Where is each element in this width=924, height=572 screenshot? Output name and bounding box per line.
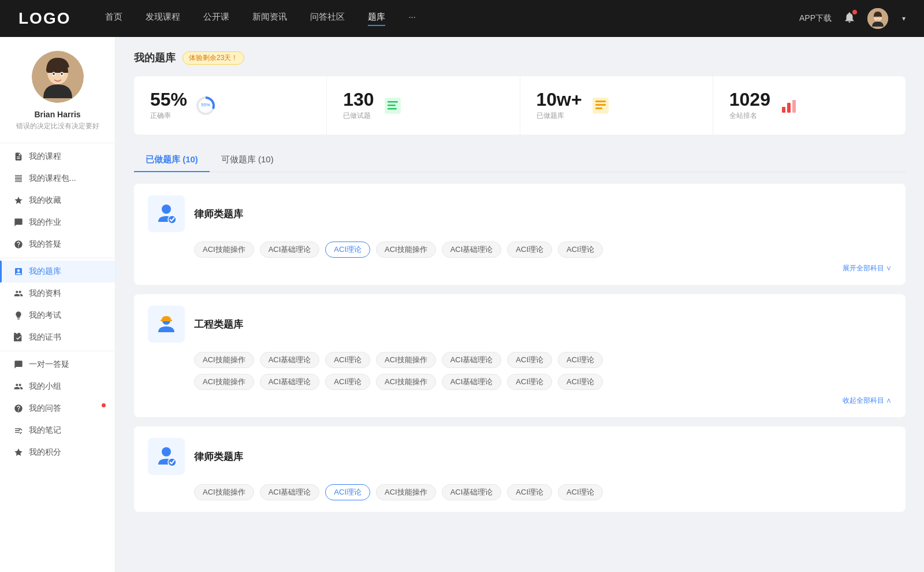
nav-qa-community[interactable]: 问答社区 (310, 12, 345, 26)
qb-tag-e10[interactable]: ACI技能操作 (376, 374, 436, 390)
qb-tag-2[interactable]: ACI理论 (325, 242, 370, 258)
sidebar-item-certificate[interactable]: 我的证书 (0, 326, 115, 348)
sidebar-divider-top (0, 143, 115, 143)
sidebar-item-qa-label: 我的答疑 (29, 239, 61, 250)
nav-home[interactable]: 首页 (105, 12, 122, 26)
sidebar-user-motto: 错误的决定比没有决定要好 (9, 121, 106, 131)
qb-tag-l2[interactable]: ACI理论 (325, 484, 370, 500)
stat-accuracy-label: 正确率 (150, 111, 187, 121)
star-icon (14, 196, 23, 205)
page-header: 我的题库 体验剩余23天！ (134, 51, 906, 65)
nav-discover[interactable]: 发现课程 (146, 12, 180, 26)
svg-point-10 (53, 73, 55, 75)
qb-tags-row2: ACI技能操作 ACI基础理论 ACI理论 ACI技能操作 ACI基础理论 AC… (194, 352, 892, 368)
package-icon (14, 174, 23, 183)
qb-tag-e12[interactable]: ACI理论 (507, 374, 552, 390)
svg-rect-22 (595, 107, 602, 109)
navbar-right: APP下载 ▾ (799, 8, 906, 29)
qb-tag-e13[interactable]: ACI理论 (558, 374, 603, 390)
points-icon (14, 448, 23, 457)
tab-done[interactable]: 已做题库 (10) (134, 148, 210, 172)
sidebar-item-course[interactable]: 我的课程 (0, 146, 115, 168)
sidebar-item-certificate-label: 我的证书 (29, 332, 61, 343)
qb-tag-e2[interactable]: ACI理论 (325, 352, 370, 368)
qb-tag-e3[interactable]: ACI技能操作 (376, 352, 436, 368)
user-avatar[interactable] (867, 8, 888, 29)
qb-tag-l3[interactable]: ACI技能操作 (376, 484, 436, 500)
material-icon (14, 289, 23, 298)
sidebar-item-homework[interactable]: 我的作业 (0, 211, 115, 233)
qb-tag-e7[interactable]: ACI技能操作 (194, 374, 254, 390)
nav-open-course[interactable]: 公开课 (203, 12, 229, 26)
nav-news[interactable]: 新闻资讯 (252, 12, 287, 26)
sidebar-item-material[interactable]: 我的资料 (0, 283, 115, 304)
questionbank-icon (14, 267, 23, 276)
user-dropdown-arrow[interactable]: ▾ (902, 14, 906, 23)
sidebar-item-favorite[interactable]: 我的收藏 (0, 190, 115, 211)
qb-tag-e0[interactable]: ACI技能操作 (194, 352, 254, 368)
qb-tag-e9[interactable]: ACI理论 (325, 374, 370, 390)
sidebar-item-homework-label: 我的作业 (29, 217, 61, 228)
qb-card-header-2: 工程类题库 (148, 306, 892, 343)
tab-available[interactable]: 可做题库 (10) (210, 148, 285, 172)
qb-tag-e8[interactable]: ACI基础理论 (260, 374, 320, 390)
svg-point-11 (61, 73, 63, 75)
sidebar-item-note[interactable]: 我的笔记 (0, 419, 115, 441)
sidebar-item-group[interactable]: 我的小组 (0, 376, 115, 398)
qb-tag-4[interactable]: ACI基础理论 (442, 242, 502, 258)
qb-tag-l6[interactable]: ACI理论 (558, 484, 603, 500)
sidebar-item-material-label: 我的资料 (29, 288, 61, 299)
sidebar-item-questionbank[interactable]: 我的题库 (0, 261, 115, 283)
group-icon (14, 382, 23, 391)
course-icon (14, 152, 23, 161)
sidebar-item-my-qa[interactable]: 我的问答 (0, 398, 115, 419)
stat-accuracy-value: 55% (150, 90, 187, 109)
qb-tag-0[interactable]: ACI技能操作 (194, 242, 254, 258)
qb-tag-5[interactable]: ACI理论 (507, 242, 552, 258)
qb-tag-1[interactable]: ACI基础理论 (260, 242, 320, 258)
sidebar-item-package[interactable]: 我的课程包... (0, 168, 115, 190)
qb-tag-e4[interactable]: ACI基础理论 (442, 352, 502, 368)
expand-button-1[interactable]: 展开全部科目 ∨ (194, 263, 892, 273)
qb-tags-row2b: ACI技能操作 ACI基础理论 ACI理论 ACI技能操作 ACI基础理论 AC… (194, 374, 892, 390)
qb-card-header-3: 律师类题库 (148, 438, 892, 475)
qb-tag-l0[interactable]: ACI技能操作 (194, 484, 254, 500)
sidebar-item-package-label: 我的课程包... (29, 173, 76, 184)
svg-rect-21 (595, 104, 606, 106)
qb-tag-l1[interactable]: ACI基础理论 (260, 484, 320, 500)
qa-red-dot (102, 403, 106, 407)
qb-tag-l4[interactable]: ACI基础理论 (442, 484, 502, 500)
svg-rect-18 (388, 108, 397, 110)
app-download-button[interactable]: APP下载 (799, 13, 832, 24)
qb-card-lawyer-icon (148, 195, 185, 232)
qb-tags-row3: ACI技能操作 ACI基础理论 ACI理论 ACI技能操作 ACI基础理论 AC… (194, 484, 892, 500)
nav-question-bank[interactable]: 题库 (368, 12, 385, 26)
sidebar-item-points[interactable]: 我的积分 (0, 441, 115, 463)
notification-bell[interactable] (843, 11, 856, 26)
qb-tag-l5[interactable]: ACI理论 (507, 484, 552, 500)
qb-card-title-2: 工程类题库 (194, 318, 243, 331)
stats-row: 55% 正确率 55% 130 已做试题 (134, 76, 906, 135)
logo: LOGO (18, 9, 70, 28)
sidebar-item-tutor[interactable]: 一对一答疑 (0, 354, 115, 376)
sidebar-item-questionbank-label: 我的题库 (29, 266, 61, 277)
qb-tag-e1[interactable]: ACI基础理论 (260, 352, 320, 368)
qb-card-title-3: 律师类题库 (194, 450, 243, 463)
qb-tag-e5[interactable]: ACI理论 (507, 352, 552, 368)
question-icon (14, 240, 23, 249)
nav-more[interactable]: ··· (408, 12, 416, 26)
stat-ranking-value: 1029 (729, 90, 770, 109)
sidebar-item-qa[interactable]: 我的答疑 (0, 233, 115, 255)
sidebar-divider-2 (0, 351, 115, 351)
qb-tag-6[interactable]: ACI理论 (558, 242, 603, 258)
qb-tags-row1: ACI技能操作 ACI基础理论 ACI理论 ACI技能操作 ACI基础理论 AC… (194, 242, 892, 258)
sidebar-item-exam[interactable]: 我的考试 (0, 304, 115, 326)
collapse-button-2[interactable]: 收起全部科目 ∧ (194, 396, 892, 406)
qb-tag-e6[interactable]: ACI理论 (558, 352, 603, 368)
sidebar-item-note-label: 我的笔记 (29, 425, 61, 436)
sidebar-item-favorite-label: 我的收藏 (29, 195, 61, 206)
qb-card-title-1: 律师类题库 (194, 207, 243, 221)
qb-tag-e11[interactable]: ACI基础理论 (442, 374, 502, 390)
navbar: LOGO 首页 发现课程 公开课 新闻资讯 问答社区 题库 ··· APP下载 (0, 0, 924, 37)
qb-tag-3[interactable]: ACI技能操作 (376, 242, 436, 258)
